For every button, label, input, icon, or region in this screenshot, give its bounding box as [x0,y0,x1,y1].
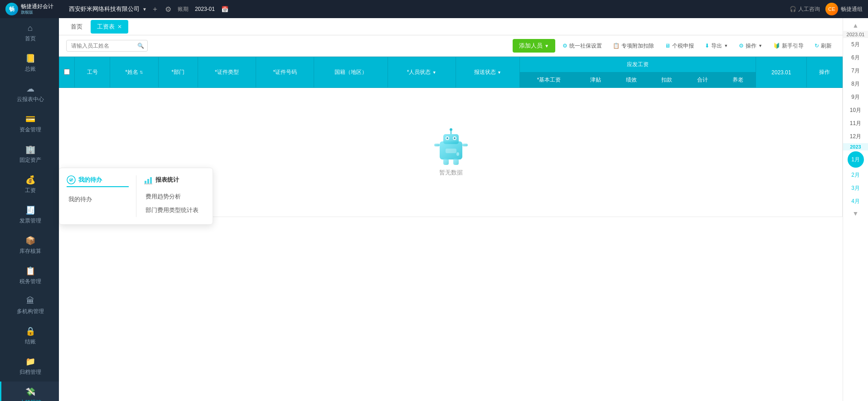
logo-text: 畅捷通好会计 旗舰版 [21,3,53,14]
page-toolbar: 🔍 添加人员 ▼ ⚙ 统一社保设置 📋 专项附加扣除 🖥 个税申报 [59,35,843,57]
todo-icon [67,175,76,184]
sidebar-item-multi-org[interactable]: 🏛 多机构管理 [0,291,59,321]
sidebar-item-cloud-report[interactable]: ☁ 云报表中心 [0,78,59,109]
tab-bar: 首页 工资表 ✕ [59,18,843,35]
chart-icon [144,175,153,184]
cal-month-5[interactable]: 5月 [843,38,868,51]
cal-month-4[interactable]: 4月 [843,195,868,208]
popup-section-report: 报表统计 费用趋势分析 部门费用类型统计表 [144,175,206,217]
calendar-icon[interactable]: 📅 [221,6,228,13]
expense-icon: 💸 [25,387,35,397]
sidebar-item-salary[interactable]: 💰 工资 [0,169,59,200]
th-allowance: 津贴 [578,72,613,88]
export-chevron-icon: ▼ [724,43,728,48]
company-name: 西安虾米网络科技有限公司 [69,5,140,13]
name-sort-icon[interactable]: ⇅ [140,70,143,75]
th-pension: 养老 [720,72,756,88]
empty-text: 暂无数据 [439,169,463,177]
inventory-icon: 📦 [25,236,35,246]
special-deduction-btn[interactable]: 📋 专项附加扣除 [609,40,658,52]
cal-month-6[interactable]: 6月 [843,51,868,64]
table-container: 工号 *姓名 ⇅ *部门 *证件类型 *证件号码 国籍（地区） *人员状态 ▼ [59,57,843,401]
svg-rect-18 [150,177,152,184]
support-button[interactable]: 🎧 人工咨询 [790,5,820,13]
sidebar-item-archive[interactable]: 📁 归档管理 [0,351,59,382]
top-bar: 畅 畅捷通好会计 旗舰版 西安虾米网络科技有限公司 ▼ ＋ ⚙ 账期 2023-… [0,0,868,18]
invoice-icon: 🧾 [25,205,35,215]
report-status-filter-icon[interactable]: ▼ [497,70,501,75]
refresh-btn[interactable]: ↻ 刷新 [811,40,835,52]
sidebar-item-inventory[interactable]: 📦 库存核算 [0,230,59,261]
cal-prev-btn[interactable]: ▲ [851,20,861,31]
svg-point-7 [450,128,452,131]
add-person-button[interactable]: 添加人员 ▼ [513,39,555,53]
cal-month-9[interactable]: 9月 [843,91,868,104]
tab-close-icon[interactable]: ✕ [117,24,122,30]
sidebar-item-invoice[interactable]: 🧾 发票管理 [0,200,59,230]
select-all-checkbox[interactable] [64,69,70,75]
add-btn-arrow-icon: ▼ [544,43,549,48]
th-report-status[interactable]: 报送状态 ▼ [456,57,520,88]
settings-button[interactable]: ⚙ [165,5,171,14]
cal-month-10[interactable]: 10月 [843,104,868,117]
social-security-btn[interactable]: ⚙ 统一社保设置 [559,40,606,52]
status-filter-icon[interactable]: ▼ [432,70,436,75]
new-guide-icon: 🔰 [773,43,780,49]
cal-month-12[interactable]: 12月 [843,130,868,143]
sidebar-item-fixed-assets[interactable]: 🏢 固定资产 [0,139,59,169]
cal-month-11[interactable]: 11月 [843,117,868,130]
cal-month-2[interactable]: 2月 [843,169,868,182]
sidebar-item-home[interactable]: ⌂ 首页 [0,18,59,48]
th-status[interactable]: *人员状态 ▼ [388,57,456,88]
personal-tax-btn[interactable]: 🖥 个税申报 [661,40,698,52]
add-button[interactable]: ＋ [151,5,159,14]
th-dept: *部门 [158,57,198,88]
cal-month-1-active[interactable]: 1月 [848,151,864,168]
popup-item-my-todo[interactable]: 我的待办 [67,193,129,206]
cal-year-2023: 2023 [843,143,868,150]
new-guide-btn[interactable]: 🔰 新手引导 [770,40,807,52]
right-panel: ▲ 2023.01 5月 6月 7月 8月 9月 10月 11月 12月 202… [843,18,868,401]
sidebar-item-fund[interactable]: 💳 资金管理 [0,109,59,139]
company-area[interactable]: 西安虾米网络科技有限公司 ▼ [69,5,147,13]
refresh-icon: ↻ [815,43,819,49]
tab-salary-table[interactable]: 工资表 ✕ [91,20,128,34]
cal-month-7[interactable]: 7月 [843,64,868,77]
sidebar-item-closing[interactable]: 🔒 结账 [0,321,59,351]
sidebar-item-tax[interactable]: 📋 税务管理 [0,261,59,291]
th-salary-group: 应发工资 [520,57,756,72]
company-dropdown-icon[interactable]: ▼ [142,7,147,12]
cal-month-3[interactable]: 3月 [843,182,868,195]
popup-item-expense-trend[interactable]: 费用趋势分析 [144,190,206,203]
svg-rect-1 [443,134,459,144]
popup-item-dept-expense[interactable]: 部门费用类型统计表 [144,203,206,217]
export-btn[interactable]: ⬇ 导出 ▼ [701,40,732,52]
svg-point-13 [456,152,459,156]
fund-icon: 💳 [25,114,35,124]
cal-next-btn[interactable]: ▼ [851,208,861,219]
fixed-assets-icon: 🏢 [25,145,35,155]
logo-icon: 畅 [5,3,18,15]
th-checkbox[interactable] [59,57,75,88]
svg-point-5 [454,137,456,139]
user-avatar: CE [825,3,838,15]
header-right-actions: 添加人员 ▼ ⚙ 统一社保设置 📋 专项附加扣除 🖥 个税申报 ⬇ 导出 [513,39,835,53]
popup-todo-title: 我的待办 [67,175,129,187]
user-area[interactable]: CE 畅捷通组 [825,3,863,15]
sidebar-item-mini-expense[interactable]: 💸 小畅报销 [0,382,59,401]
popup-report-title: 报表统计 [144,175,206,184]
th-id-number: *证件号码 [256,57,314,88]
archive-icon: 📁 [25,357,35,367]
th-name[interactable]: *姓名 ⇅ [110,57,158,88]
th-performance: 绩效 [614,72,649,88]
search-input[interactable] [66,40,148,52]
tax-icon: 📋 [25,266,35,276]
sidebar-item-ledger[interactable]: 📒 总账 [0,48,59,78]
th-base-salary: *基本工资 [520,72,578,88]
cal-month-8[interactable]: 8月 [843,77,868,91]
svg-rect-8 [446,149,456,153]
operations-btn[interactable]: ⚙ 操作 ▼ [735,40,766,52]
tab-home[interactable]: 首页 [64,20,89,34]
top-actions: ＋ ⚙ 账期 2023-01 📅 [151,5,228,14]
top-right: 🎧 人工咨询 CE 畅捷通组 [790,3,863,15]
